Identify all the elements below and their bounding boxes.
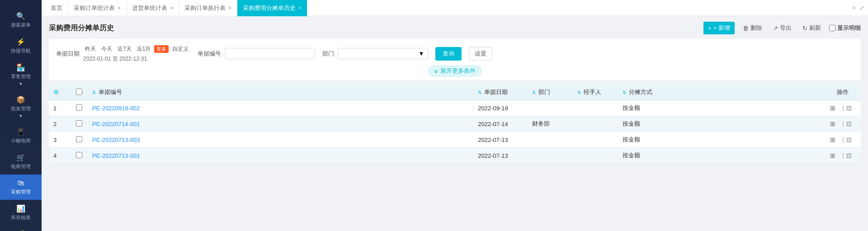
toolbar: + + 新增 🗑 删除 ↗ 导出 ↻ 刷新 显示明细 bbox=[703, 22, 861, 34]
tab-close-purchase-split[interactable]: × bbox=[298, 5, 302, 11]
close-window-icon[interactable]: × bbox=[852, 5, 856, 11]
sidebar-item-search[interactable]: 🔍搜索菜单 bbox=[0, 7, 42, 33]
tab-purchase-exec[interactable]: 采购订单执行表× bbox=[179, 0, 237, 16]
row-more-icon-0[interactable]: ⋮⊡ bbox=[839, 104, 853, 113]
col-header-handler: ⇅ 经手人 bbox=[573, 85, 618, 100]
tab-inbound-stat[interactable]: 进货单统计表× bbox=[127, 0, 179, 16]
row-handler-3 bbox=[573, 148, 618, 164]
row-more-icon-1[interactable]: ⋮⊡ bbox=[839, 119, 853, 128]
row-more-icon-2[interactable]: ⋮⊡ bbox=[839, 135, 853, 144]
settings-button[interactable]: 设置 bbox=[469, 47, 492, 61]
row-handler-1 bbox=[573, 116, 618, 132]
content-area: 采购费用分摊单历史 + + 新增 🗑 删除 ↗ 导出 ↻ 刷新 bbox=[42, 16, 868, 231]
add-icon: + bbox=[708, 25, 712, 32]
tab-close-purchase-stat[interactable]: × bbox=[118, 5, 121, 11]
settings-gear-icon[interactable]: ⚙ bbox=[53, 89, 59, 96]
tab-label-purchase-split: 采购费用分摊单历史 bbox=[243, 4, 296, 12]
row-action-0: ⊞ ⋮⊡ bbox=[825, 100, 861, 116]
dept-select[interactable]: ▼ bbox=[338, 48, 428, 59]
row-select-2[interactable] bbox=[76, 136, 82, 142]
row-docno-link-0[interactable]: PE-20220919-002 bbox=[92, 105, 140, 112]
row-checkbox-1 bbox=[71, 116, 88, 132]
row-checkbox-3 bbox=[71, 148, 88, 164]
row-handler-2 bbox=[573, 132, 618, 148]
sidebar-item-purchase[interactable]: 🛍采购管理 bbox=[0, 174, 42, 200]
sidebar-item-retail[interactable]: 🏪零售管理▼ bbox=[0, 59, 42, 91]
show-detail-checkbox[interactable] bbox=[829, 25, 835, 31]
shortcut-7days[interactable]: 近7天 bbox=[116, 44, 133, 54]
row-no-1: 2 bbox=[49, 116, 71, 132]
sidebar-icon-retail: 🏪 bbox=[16, 63, 25, 72]
add-button[interactable]: + + 新增 bbox=[703, 22, 735, 34]
row-docno-link-1[interactable]: PE-20220714-001 bbox=[92, 121, 140, 127]
row-docno-link-3[interactable]: PE-20220713-001 bbox=[92, 152, 140, 159]
row-date-2: 2022-07-13 bbox=[473, 132, 528, 148]
table-row: 4 PE-20220713-001 2022-07-13 按金额 ⊞ ⋮⊡ bbox=[49, 148, 861, 164]
sidebar-item-finance[interactable]: 💰资金管理 bbox=[0, 226, 42, 231]
sidebar-item-inventory[interactable]: 📊库存核算 bbox=[0, 200, 42, 226]
row-no-0: 1 bbox=[49, 100, 71, 116]
sidebar-item-ecom[interactable]: 🛒电商管理 bbox=[0, 149, 42, 174]
tab-close-inbound-stat[interactable]: × bbox=[170, 5, 173, 11]
row-edit-icon-0[interactable]: ⊞ bbox=[829, 104, 836, 113]
row-checkbox-0 bbox=[71, 100, 88, 116]
chevron-down-icon: ∨ bbox=[434, 68, 439, 75]
row-method-1: 按金额 bbox=[618, 116, 825, 132]
sidebar-icon-inventory: 📊 bbox=[16, 204, 25, 213]
expand-conditions-button[interactable]: ∨ 展开更多条件 bbox=[428, 66, 481, 76]
delete-icon: 🗑 bbox=[743, 25, 749, 32]
tab-close-purchase-exec[interactable]: × bbox=[228, 5, 231, 11]
shortcut-today[interactable]: 今天 bbox=[99, 44, 114, 54]
row-action-2: ⊞ ⋮⊡ bbox=[825, 132, 861, 148]
tab-purchase-split[interactable]: 采购费用分摊单历史× bbox=[237, 0, 307, 16]
row-more-icon-3[interactable]: ⋮⊡ bbox=[839, 151, 853, 160]
dept-field: 部门 ▼ bbox=[322, 48, 428, 59]
expand-row: ∨ 展开更多条件 bbox=[56, 66, 854, 76]
tab-home[interactable]: 首页 bbox=[45, 0, 68, 16]
row-no-3: 4 bbox=[49, 148, 71, 164]
row-edit-icon-2[interactable]: ⊞ bbox=[829, 135, 836, 144]
sidebar-item-wholesale[interactable]: 📦批发管理▼ bbox=[0, 91, 42, 123]
search-button[interactable]: 查询 bbox=[435, 47, 462, 61]
maximize-icon[interactable]: ⤢ bbox=[859, 5, 864, 11]
row-docno-3: PE-20220713-001 bbox=[88, 148, 473, 164]
tab-label-inbound-stat: 进货单统计表 bbox=[132, 4, 167, 12]
sort-icon-handler: ⇅ bbox=[577, 90, 581, 95]
shortcut-custom[interactable]: 自定义 bbox=[170, 44, 190, 54]
row-action-3: ⊞ ⋮⊡ bbox=[825, 148, 861, 164]
row-edit-icon-1[interactable]: ⊞ bbox=[829, 119, 836, 128]
row-edit-icon-3[interactable]: ⊞ bbox=[829, 151, 836, 160]
row-dept-2 bbox=[528, 132, 573, 148]
tab-label-home: 首页 bbox=[51, 4, 62, 12]
sidebar-item-quicknav[interactable]: ⚡快捷导航 bbox=[0, 33, 42, 59]
shortcut-yesterday[interactable]: 昨天 bbox=[83, 44, 98, 54]
delete-button[interactable]: 🗑 删除 bbox=[740, 22, 765, 34]
row-docno-1: PE-20220714-001 bbox=[88, 116, 473, 132]
export-button[interactable]: ↗ 导出 bbox=[770, 22, 794, 34]
shortcut-more[interactable]: 更多 bbox=[154, 45, 169, 53]
sort-icon-date: ⇅ bbox=[478, 90, 481, 95]
row-select-3[interactable] bbox=[76, 152, 82, 158]
col-header-docno: ⇅ 单据编号 bbox=[88, 85, 473, 100]
shortcut-1month[interactable]: 近1月 bbox=[135, 44, 153, 54]
row-dept-3 bbox=[528, 148, 573, 164]
sort-icon-docno: ⇅ bbox=[92, 90, 96, 95]
sidebar-icon-search: 🔍 bbox=[16, 12, 25, 20]
row-select-1[interactable] bbox=[76, 120, 82, 127]
tab-purchase-stat[interactable]: 采购订单统计表× bbox=[68, 0, 127, 16]
sidebar-item-mini[interactable]: 📱小畅电商 bbox=[0, 123, 42, 149]
row-date-3: 2022-07-13 bbox=[473, 148, 528, 164]
row-select-0[interactable] bbox=[76, 104, 82, 111]
row-no-2: 3 bbox=[49, 132, 71, 148]
checkbox-all[interactable] bbox=[76, 89, 82, 95]
refresh-button[interactable]: ↻ 刷新 bbox=[800, 22, 824, 34]
table-row: 2 PE-20220714-001 2022-07-14 财务部 按金额 ⊞ ⋮… bbox=[49, 116, 861, 132]
col-header-dept: ⇅ 部门 bbox=[528, 85, 573, 100]
tab-bar: 首页采购订单统计表×进货单统计表×采购订单执行表×采购费用分摊单历史× × ⤢ bbox=[42, 0, 868, 16]
docno-input[interactable] bbox=[225, 48, 315, 59]
tab-actions: × ⤢ bbox=[852, 5, 864, 11]
date-label: 单据日期 bbox=[56, 50, 80, 58]
col-checkbox-all bbox=[71, 85, 88, 100]
row-docno-link-2[interactable]: PE-20220713-003 bbox=[92, 137, 140, 143]
col-settings: ⚙ bbox=[49, 85, 71, 100]
